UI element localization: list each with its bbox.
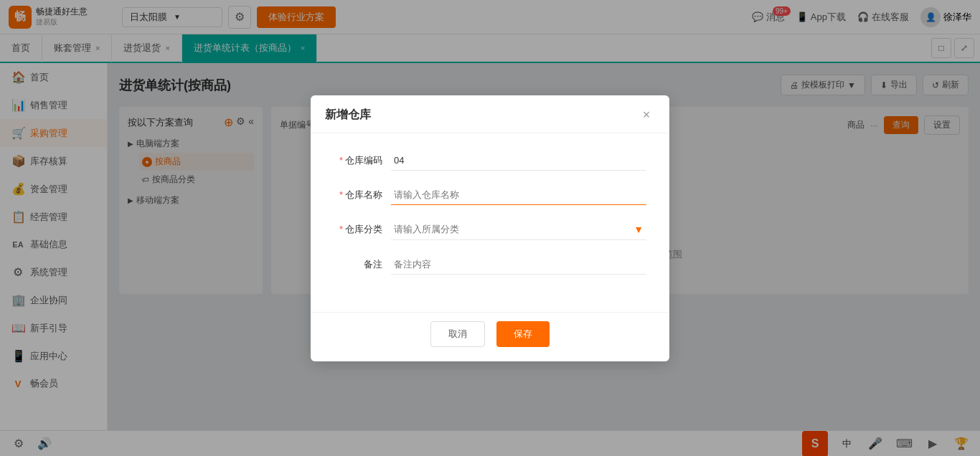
form-row-category: 仓库分类 ▼ (334, 219, 646, 240)
form-row-code: 仓库编码 (334, 151, 646, 171)
modal-overlay: 新增仓库 × 仓库编码 仓库名称 仓库分类 ▼ (0, 0, 980, 456)
new-warehouse-modal: 新增仓库 × 仓库编码 仓库名称 仓库分类 ▼ (311, 95, 669, 361)
modal-title: 新增仓库 (325, 108, 371, 123)
category-label: 仓库分类 (334, 223, 391, 236)
code-input[interactable] (391, 151, 646, 171)
name-label: 仓库名称 (334, 189, 391, 201)
category-arrow-icon: ▼ (633, 224, 644, 235)
form-row-name: 仓库名称 (334, 185, 646, 205)
name-input[interactable] (391, 185, 646, 205)
code-label: 仓库编码 (334, 154, 391, 167)
category-select-wrap[interactable]: ▼ (391, 219, 646, 240)
modal-close-button[interactable]: × (638, 107, 655, 124)
category-input[interactable] (394, 224, 633, 234)
modal-body: 仓库编码 仓库名称 仓库分类 ▼ 备注 (311, 133, 669, 306)
modal-header: 新增仓库 × (311, 95, 669, 133)
save-button[interactable]: 保存 (496, 321, 550, 347)
modal-footer: 取消 保存 (311, 312, 669, 361)
form-row-note: 备注 (334, 255, 646, 275)
note-label: 备注 (334, 258, 391, 271)
note-input[interactable] (391, 255, 646, 275)
cancel-button[interactable]: 取消 (430, 321, 485, 347)
